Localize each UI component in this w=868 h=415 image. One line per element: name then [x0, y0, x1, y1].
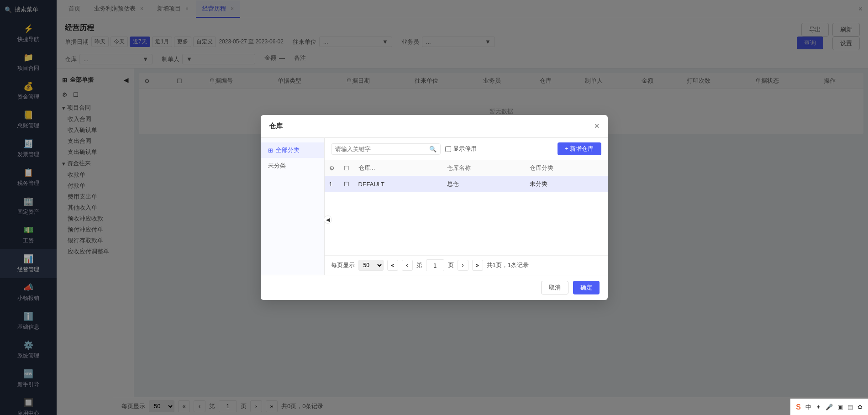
modal-search-input[interactable]: [335, 146, 426, 152]
modal-page-suffix: 页: [448, 261, 454, 269]
modal-sidebar-label: 全部分类: [276, 146, 300, 154]
modal-first-page-btn[interactable]: «: [387, 260, 398, 271]
taskbar-grid-icon: ▤: [847, 404, 853, 410]
col-warehouse-code: 仓库...: [354, 160, 443, 176]
taskbar-mic-icon: 🎤: [826, 404, 833, 410]
modal-body: ⊞ 全部分类 未分类 ◀ 🔍: [261, 138, 608, 275]
modal-actions: 取消 确定: [261, 275, 608, 300]
col-checkbox[interactable]: ☐: [339, 160, 354, 176]
show-disabled-label[interactable]: 显示停用: [445, 145, 477, 153]
warehouse-modal: 仓库 × ⊞ 全部分类 未分类 ◀: [261, 115, 608, 300]
modal-last-page-btn[interactable]: »: [472, 260, 483, 271]
col-warehouse-name: 仓库名称: [442, 160, 525, 176]
modal-overlay: 仓库 × ⊞ 全部分类 未分类 ◀: [0, 0, 868, 415]
per-page-label: 每页显示: [331, 261, 355, 269]
modal-sidebar-label: 未分类: [268, 162, 286, 170]
col-settings: ⚙: [325, 160, 339, 176]
show-disabled-text: 显示停用: [453, 145, 477, 153]
modal-sidebar-collapse-btn[interactable]: ◀: [324, 215, 325, 224]
taskbar-zh-icon: 中: [805, 403, 811, 411]
cancel-button[interactable]: 取消: [541, 281, 568, 294]
modal-close-icon[interactable]: ×: [594, 121, 600, 131]
taskbar-star-icon: ✦: [816, 404, 821, 410]
modal-main: 🔍 显示停用 + 新增仓库 ⚙ ☐: [325, 138, 608, 275]
modal-page-label: 第: [416, 261, 422, 269]
row-checkbox[interactable]: ☐: [339, 176, 354, 192]
add-warehouse-button[interactable]: + 新增仓库: [558, 142, 601, 155]
modal-toolbar: 🔍 显示停用 + 新增仓库: [325, 138, 608, 160]
show-disabled-checkbox[interactable]: [445, 146, 451, 152]
search-icon: 🔍: [429, 146, 437, 152]
taskbar-screen-icon: ▣: [837, 404, 843, 410]
modal-sidebar-all-categories[interactable]: ⊞ 全部分类: [261, 142, 324, 158]
row-category: 未分类: [525, 176, 608, 192]
modal-prev-page-btn[interactable]: ‹: [402, 260, 413, 271]
confirm-button[interactable]: 确定: [573, 281, 600, 294]
modal-page-input[interactable]: [426, 259, 444, 271]
row-num: 1: [325, 176, 339, 192]
warehouse-table: ⚙ ☐ 仓库... 仓库名称 仓库分类 1 ☐ DEFAULT: [325, 160, 608, 192]
modal-header: 仓库 ×: [261, 115, 608, 138]
modal-title: 仓库: [269, 122, 283, 131]
modal-sidebar-uncategorized[interactable]: 未分类: [261, 158, 324, 173]
modal-search-wrap: 🔍: [331, 143, 441, 155]
taskbar-s-icon: S: [796, 403, 801, 411]
modal-next-page-btn[interactable]: ›: [458, 260, 468, 271]
modal-table-area: ⚙ ☐ 仓库... 仓库名称 仓库分类 1 ☐ DEFAULT: [325, 160, 608, 255]
grid-icon: ⊞: [268, 147, 273, 154]
row-name: 总仓: [442, 176, 525, 192]
taskbar: S 中 ✦ 🎤 ▣ ▤ ✿: [790, 399, 868, 415]
taskbar-flower-icon: ✿: [857, 404, 863, 410]
col-warehouse-category: 仓库分类: [525, 160, 608, 176]
modal-total-info: 共1页，1条记录: [487, 261, 529, 269]
table-row[interactable]: 1 ☐ DEFAULT 总仓 未分类: [325, 176, 608, 192]
modal-per-page-select[interactable]: 50 100: [358, 260, 384, 271]
modal-pagination-bar: 每页显示 50 100 « ‹ 第 页 › » 共1页，1条记录: [325, 255, 608, 275]
row-code: DEFAULT: [354, 176, 443, 192]
modal-sidebar: ⊞ 全部分类 未分类 ◀: [261, 138, 325, 275]
